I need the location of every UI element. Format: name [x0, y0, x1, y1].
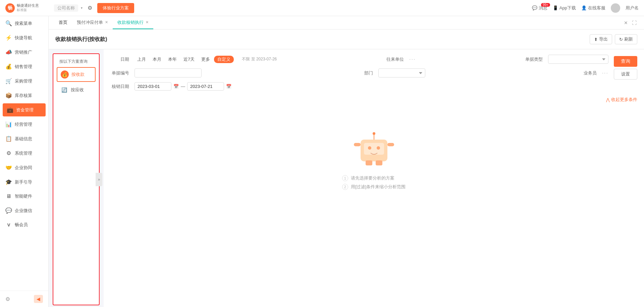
sidebar-item-operations[interactable]: 📊 经营管理 [0, 117, 48, 132]
tab-prepay-close[interactable]: ✕ [105, 20, 108, 24]
btn-column: 查询 设置 [614, 56, 637, 80]
sidebar-label-basic-info: 基础信息 [15, 136, 32, 142]
date-separator: — [181, 84, 185, 89]
refresh-button[interactable]: ↻ 刷新 [615, 34, 637, 44]
logo-title: 畅捷通好生意 [17, 3, 39, 8]
verify-date-range: 📅 — 📅 [135, 82, 231, 91]
main-content: 首页 预付冲应付单 ✕ 收款核销执行 ✕ ✕ ⛶ 收款核销执行(按收款) ⬆ 导… [49, 16, 644, 307]
svg-rect-9 [376, 160, 382, 165]
sidebar-item-sales[interactable]: 💰 销售管理 [0, 59, 48, 74]
verify-date-end[interactable] [187, 82, 224, 91]
counterparty-dots[interactable]: ··· [409, 56, 416, 62]
message-action[interactable]: 💬 消息 99+ [532, 5, 547, 11]
hardware-icon: 🖥 [5, 193, 12, 199]
member-icon: V [5, 222, 12, 227]
tab-home[interactable]: 首页 [54, 16, 72, 29]
tab-prepay[interactable]: 预付冲应付单 ✕ [72, 16, 113, 29]
collapse-more-icon: ⋀ [606, 97, 610, 102]
sidebar-item-guide[interactable]: 🎓 新手引导 [0, 175, 48, 189]
sidebar-item-inventory[interactable]: 📦 库存核算 [0, 88, 48, 103]
user-name: 用户名 [626, 5, 639, 11]
date-btn-7days[interactable]: 近7天 [181, 56, 197, 63]
sidebar-item-finance[interactable]: 💼 资金管理 [3, 103, 46, 116]
filter-by-receipt[interactable]: 💰 按收款 [57, 67, 96, 82]
message-badge: 99+ [541, 3, 550, 7]
tab-close-all-button[interactable]: ✕ [622, 20, 630, 25]
sidebar-item-member[interactable]: V 畅会员 [0, 218, 48, 232]
date-btn-custom[interactable]: 自定义 [214, 56, 234, 63]
date-btn-this-month[interactable]: 本月 [150, 56, 164, 63]
export-icon: ⬆ [594, 37, 598, 42]
bill-number-input[interactable] [135, 68, 202, 78]
bill-number-label: 单据编号 [110, 70, 129, 76]
company-dropdown-icon[interactable]: ▾ [81, 6, 83, 10]
sales-rep-dots[interactable]: ··· [602, 70, 608, 76]
sidebar-item-system[interactable]: ⚙ 系统管理 [0, 146, 48, 160]
collapse-arrow-icon: » [98, 177, 100, 182]
sidebar-settings-button[interactable]: ⚙ [5, 296, 10, 302]
svg-rect-7 [387, 143, 394, 146]
sidebar-collapse-button[interactable]: ◀ [34, 295, 43, 303]
company-name[interactable]: 公司名称 [54, 4, 78, 12]
filter-receivable-label: 按应收 [71, 87, 84, 93]
date-btn-this-year[interactable]: 本年 [165, 56, 179, 63]
verify-date-start-icon[interactable]: 📅 [173, 84, 179, 89]
sidebar-item-basic-info[interactable]: 📋 基础信息 [0, 132, 48, 146]
service-icon: 👤 [581, 5, 587, 10]
sidebar-label-search: 搜索菜单 [15, 20, 32, 27]
filter-by-receivable[interactable]: 🔄 按应收 [57, 83, 96, 97]
date-btn-last-month[interactable]: 上月 [135, 56, 149, 63]
app-download-action[interactable]: 📱 App下载 [553, 5, 576, 11]
sidebar-item-hardware[interactable]: 🖥 智能硬件 [0, 189, 48, 203]
department-select[interactable] [378, 68, 425, 78]
sidebar-item-purchase[interactable]: 🛒 采购管理 [0, 74, 48, 88]
svg-point-2 [368, 146, 371, 150]
collapse-more-btn[interactable]: ⋀ 收起更多条件 [110, 97, 637, 103]
verify-date-start[interactable] [135, 82, 171, 91]
wechat-icon: 💬 [5, 207, 12, 214]
tab-receivable[interactable]: 收款核销执行 ✕ [113, 16, 153, 29]
svg-rect-8 [366, 160, 372, 165]
industry-button[interactable]: 体验行业方案 [97, 3, 134, 13]
header-settings-button[interactable]: ⚙ [85, 3, 95, 13]
page-actions: ⬆ 导出 ↻ 刷新 [590, 34, 637, 44]
date-btn-more[interactable]: 更多 [199, 56, 213, 63]
page-title: 收款核销执行(按收款) [55, 36, 107, 43]
verify-date-end-icon[interactable]: 📅 [226, 84, 231, 89]
sidebar-item-enterprise[interactable]: 🤝 企业协同 [0, 160, 48, 175]
page-header: 收款核销执行(按收款) ⬆ 导出 ↻ 刷新 [49, 30, 644, 49]
enterprise-icon: 🤝 [5, 164, 12, 171]
sidebar-item-marketing[interactable]: 📣 营销推广 [0, 45, 48, 59]
settings-set-button[interactable]: 设置 [614, 69, 637, 80]
sidebar-label-finance: 资金管理 [16, 107, 34, 113]
sidebar-label-sales: 销售管理 [15, 64, 32, 70]
sidebar: 🔍 搜索菜单 ⚡ 快捷导航 📣 营销推广 💰 销售管理 🛒 采购管理 📦 库存核… [0, 16, 49, 307]
filter-panel: 按以下方案查询 💰 按收款 🔄 按应收 » [53, 53, 100, 305]
filter-receipt-label: 按收款 [71, 71, 85, 78]
app-icon: 📱 [553, 5, 558, 10]
svg-rect-6 [354, 143, 361, 146]
export-button[interactable]: ⬆ 导出 [590, 34, 612, 44]
collapse-more-label: 收起更多条件 [611, 97, 637, 103]
logo-icon: 畅 [5, 3, 15, 13]
query-button[interactable]: 查询 [614, 56, 637, 67]
svg-point-5 [373, 132, 375, 135]
sidebar-label-hardware: 智能硬件 [15, 193, 32, 199]
sidebar-item-search-menu[interactable]: 🔍 搜索菜单 [0, 16, 48, 31]
tab-expand-button[interactable]: ⛶ [630, 20, 639, 25]
sidebar-item-wechat[interactable]: 💬 企业微信 [0, 203, 48, 218]
date-shortcuts: 上月 本月 本年 近7天 更多 自定义 [135, 56, 234, 63]
verify-date-label: 核销日期 [110, 84, 129, 90]
sidebar-item-quick-nav[interactable]: ⚡ 快捷导航 [0, 31, 48, 45]
hint-num-2: 2 [342, 184, 348, 190]
user-avatar[interactable] [611, 3, 620, 13]
guide-icon: 🎓 [5, 179, 12, 185]
online-service-action[interactable]: 👤 在线客服 [581, 5, 605, 11]
hint-text-2: 用[过滤]条件来缩小分析范围 [351, 184, 406, 190]
tab-receivable-close[interactable]: ✕ [146, 20, 149, 24]
filter-panel-collapse[interactable]: » [96, 173, 102, 186]
operations-icon: 📊 [5, 121, 12, 127]
hint-text-1: 请先选择要分析的方案 [351, 175, 394, 181]
bill-type-label: 单据类型 [524, 56, 543, 62]
bill-type-select[interactable] [548, 55, 608, 64]
